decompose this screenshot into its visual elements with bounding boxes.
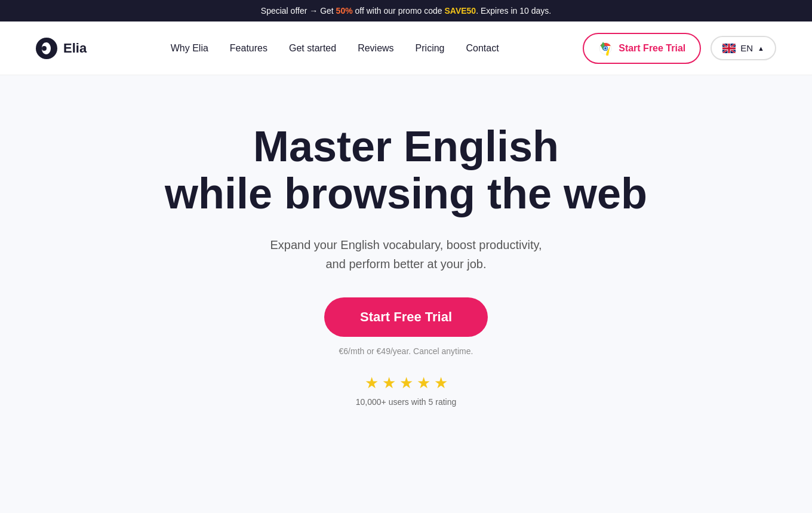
chrome-icon — [598, 41, 613, 56]
nav-reviews[interactable]: Reviews — [358, 43, 393, 53]
nav-get-started[interactable]: Get started — [289, 43, 336, 53]
logo[interactable]: Elia — [36, 38, 87, 59]
pricing-note: €6/mth or €49/year. Cancel anytime. — [339, 346, 473, 356]
star-5: ★ — [434, 374, 448, 392]
nav-features[interactable]: Features — [230, 43, 267, 53]
hero-subtitle: Expand your English vocabulary, boost pr… — [270, 235, 542, 274]
hero-title-line2: while browsing the web — [165, 170, 647, 217]
nav-contact[interactable]: Contact — [466, 43, 499, 53]
hero-start-trial-button[interactable]: Start Free Trial — [324, 297, 488, 337]
banner-suffix: . Expires in 10 days. — [476, 6, 551, 16]
star-3: ★ — [399, 374, 413, 392]
hero-subtitle-line2: and perform better at your job. — [325, 257, 486, 271]
banner-percent: 50% — [336, 6, 353, 16]
language-label: EN — [740, 43, 753, 53]
nav-right: Start Free Trial EN ▲ — [583, 33, 776, 64]
uk-flag-icon — [722, 44, 736, 53]
hero-section: Master English while browsing the web Ex… — [0, 75, 812, 443]
star-2: ★ — [382, 374, 396, 392]
star-1: ★ — [365, 374, 379, 392]
navbar: Elia Why Elia Features Get started Revie… — [0, 21, 812, 75]
logo-icon — [36, 38, 57, 59]
svg-point-5 — [604, 47, 607, 50]
hero-subtitle-line1: Expand your English vocabulary, boost pr… — [270, 238, 542, 251]
banner-prefix: Special offer → Get — [261, 6, 336, 16]
chevron-down-icon: ▲ — [758, 45, 764, 52]
banner-mid: off with our promo code — [353, 6, 445, 16]
logo-text: Elia — [63, 41, 87, 56]
nav-why-elia[interactable]: Why Elia — [171, 43, 208, 53]
promo-banner: Special offer → Get 50% off with our pro… — [0, 0, 812, 21]
banner-promo-code: SAVE50 — [444, 6, 476, 16]
hero-title-line1: Master English — [253, 122, 559, 170]
hero-title: Master English while browsing the web — [165, 123, 647, 217]
svg-point-1 — [42, 46, 47, 51]
nav-pricing[interactable]: Pricing — [416, 43, 445, 53]
star-rating: ★ ★ ★ ★ ★ — [365, 374, 448, 392]
star-4: ★ — [417, 374, 430, 392]
language-selector[interactable]: EN ▲ — [710, 36, 776, 60]
rating-text: 10,000+ users with 5 rating — [356, 397, 457, 407]
nav-links: Why Elia Features Get started Reviews Pr… — [171, 43, 499, 54]
nav-start-trial-button[interactable]: Start Free Trial — [583, 33, 701, 64]
nav-trial-label: Start Free Trial — [619, 43, 685, 54]
stars-container: ★ ★ ★ ★ ★ 10,000+ users with 5 rating — [356, 374, 457, 407]
